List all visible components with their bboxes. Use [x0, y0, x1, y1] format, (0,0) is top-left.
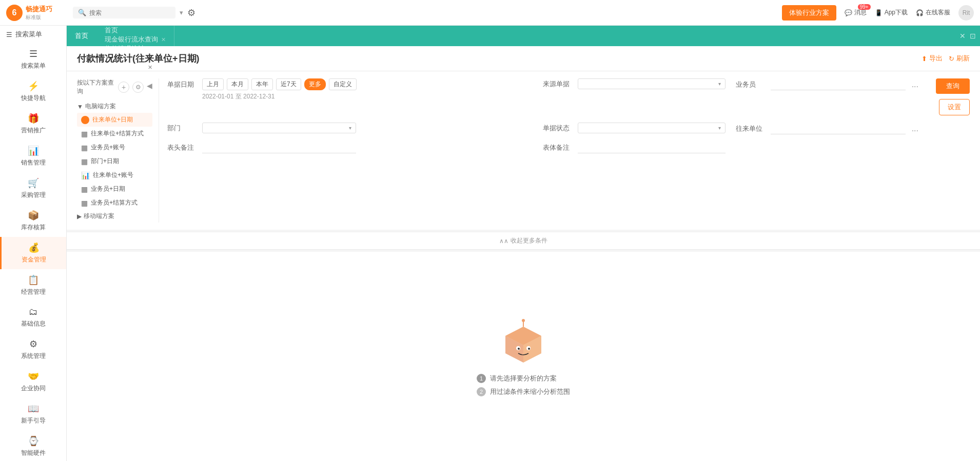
doc-status-select[interactable]: ▾ — [578, 123, 726, 133]
scheme-item-0-6[interactable]: ▦业务员+结算方式 — [77, 196, 152, 210]
salesman-field: 业务员 ... — [736, 78, 918, 90]
download-icon: 📱 — [875, 9, 883, 16]
tab-close-receivable[interactable]: ✕ — [148, 46, 152, 52]
dept-select[interactable]: ▾ — [202, 123, 356, 133]
date-btn-last-month[interactable]: 上月 — [202, 78, 224, 90]
scheme-group-arrow-1: ▶ — [77, 213, 82, 220]
tab-cash-flow[interactable]: 现金银行流水查询✕ — [96, 35, 174, 44]
scheme-item-0-2[interactable]: ▦业务员+账号 — [77, 141, 152, 154]
scheme-setting-btn[interactable]: ⚙ — [132, 82, 144, 93]
source-select[interactable]: ▾ — [578, 78, 726, 89]
dropdown-arrow[interactable]: ▾ — [180, 9, 183, 16]
date-field-row: 单据日期 上月本月本年近7天更多自定义 — [167, 78, 357, 90]
top-search-area: 🔍 ▾ ⚙ — [73, 7, 782, 18]
sidebar-item-hardware[interactable]: ⌚智能硬件 — [0, 430, 66, 461]
sidebar-label-guide: 新手引导 — [21, 416, 46, 425]
sidebar-item-system[interactable]: ⚙系统管理 — [0, 333, 66, 366]
empty-hints: 1 请先选择要分析的方案 2 用过滤条件来缩小分析范围 — [477, 374, 570, 396]
scheme-item-icon-0-5: ▦ — [81, 185, 88, 193]
hint-num-2: 2 — [477, 387, 486, 396]
filter-row-2: 部门 ▾ 单据状态 ▾ — [167, 123, 970, 134]
sidebar-item-finance[interactable]: 💰资金管理 — [0, 237, 66, 269]
sidebar-icon-guide: 📖 — [28, 403, 39, 414]
refresh-btn[interactable]: ↻ 刷新 — [949, 54, 970, 63]
trial-button[interactable]: 体验行业方案 — [782, 5, 836, 21]
sidebar-item-business[interactable]: 📋经营管理 — [0, 269, 66, 302]
sidebar-item-enterprise[interactable]: 🤝企业协同 — [0, 366, 66, 398]
tab-bar: 首页 首页现金银行流水查询✕收款情况统计✕新建方案✕付款情况统计✕ ✕ ⊡ — [67, 26, 980, 46]
sidebar-item-marketing[interactable]: 🎁营销推广 — [0, 108, 66, 140]
scheme-item-0-3[interactable]: ▦部门+日期 — [77, 154, 152, 168]
close-window-btn[interactable]: ✕ — [959, 32, 966, 40]
tab-close-new-scheme[interactable]: ✕ — [134, 55, 139, 62]
scheme-item-label-0-5: 业务员+日期 — [91, 185, 125, 193]
maximize-window-btn[interactable]: ⊡ — [970, 32, 976, 40]
dept-label: 部门 — [167, 124, 198, 133]
scheme-item-0-4[interactable]: 📊往来单位+账号 — [77, 168, 152, 182]
date-btn-custom[interactable]: 自定义 — [329, 78, 357, 90]
empty-state: 1 请先选择要分析的方案 2 用过滤条件来缩小分析范围 — [67, 252, 980, 461]
sidebar-item-purchase[interactable]: 🛒采购管理 — [0, 172, 66, 205]
date-btn-last-7[interactable]: 近7天 — [276, 78, 301, 90]
scheme-group-title-0[interactable]: ▼电脑端方案 — [77, 100, 152, 113]
scheme-group-title-1[interactable]: ▶移动端方案 — [77, 210, 152, 223]
scheme-item-icon-0-1: ▦ — [81, 130, 88, 138]
tab-home[interactable]: 首页 — [67, 26, 96, 46]
tabs-container: 首页现金银行流水查询✕收款情况统计✕新建方案✕付款情况统计✕ — [96, 26, 174, 46]
query-button[interactable]: 查询 — [936, 78, 970, 94]
tab-close-cash-flow[interactable]: ✕ — [161, 36, 166, 43]
doc-status-field: 单据状态 ▾ — [543, 123, 726, 133]
header-note-field: 表头备注 — [167, 142, 533, 153]
sidebar-item-search-menu[interactable]: ☰搜索菜单 — [0, 43, 66, 75]
scheme-collapse-btn[interactable]: ◀ — [147, 82, 152, 93]
filter-row-1: 单据日期 上月本月本年近7天更多自定义 2022-01-01 至 2022-12… — [167, 78, 970, 115]
salesman-input[interactable] — [771, 78, 906, 90]
search-box[interactable]: 🔍 — [73, 7, 175, 18]
date-field: 单据日期 上月本月本年近7天更多自定义 2022-01-01 至 2022-12… — [167, 78, 533, 101]
body-note-input[interactable] — [578, 142, 721, 153]
date-btn-this-year[interactable]: 本年 — [251, 78, 273, 90]
date-btn-this-month[interactable]: 本月 — [227, 78, 248, 90]
header-note-input[interactable] — [202, 142, 346, 153]
app-download-btn[interactable]: 📱 App下载 — [875, 8, 908, 17]
tab-home[interactable]: 首页 — [96, 26, 174, 35]
tab-close-payment-stats[interactable]: ✕ — [148, 64, 152, 71]
sidebar-item-search-menu[interactable]: ☰ 搜索菜单 — [0, 26, 66, 43]
scheme-item-icon-0-3: ▦ — [81, 157, 88, 166]
filter-actions: 查询 设置 — [929, 78, 970, 115]
svg-point-9 — [522, 319, 525, 322]
settings-button[interactable]: 设置 — [939, 99, 970, 115]
export-btn[interactable]: ⬆ 导出 — [922, 54, 943, 63]
messages-btn[interactable]: 💬 消息 99+ — [845, 8, 867, 17]
sidebar-icon-quick-nav: ⚡ — [28, 81, 39, 92]
user-avatar[interactable]: Rit — [958, 5, 974, 21]
scheme-header: 按以下方案查询 + ⚙ ◀ — [77, 78, 152, 96]
sidebar-label-purchase: 采购管理 — [21, 191, 46, 199]
sidebar-item-inventory[interactable]: 📦库存核算 — [0, 205, 66, 237]
salesman-more-btn[interactable]: ... — [912, 80, 918, 89]
page-content: 付款情况统计(往来单位+日期) ⬆ 导出 ↻ 刷新 按 — [67, 46, 980, 461]
counterpart-input[interactable] — [771, 123, 906, 134]
collapse-more-btn[interactable]: ∧∧ 收起更多条件 — [499, 236, 547, 245]
date-btn-more[interactable]: 更多 — [304, 78, 326, 90]
scheme-item-label-0-4: 往来单位+账号 — [93, 171, 133, 179]
sidebar-item-guide[interactable]: 📖新手引导 — [0, 398, 66, 430]
sidebar-item-sales[interactable]: 📊销售管理 — [0, 140, 66, 172]
scheme-add-btn[interactable]: + — [118, 82, 129, 93]
scheme-item-0-1[interactable]: ▦往来单位+结算方式 — [77, 127, 152, 141]
scheme-group-label-1: 移动端方案 — [84, 212, 114, 221]
counterpart-more-btn[interactable]: ... — [912, 124, 918, 133]
sidebar-item-quick-nav[interactable]: ⚡快捷导航 — [0, 75, 66, 108]
collapse-icon: ∧∧ — [499, 237, 508, 245]
scheme-group-label-0: 电脑端方案 — [85, 102, 116, 111]
sidebar-item-basic[interactable]: 🗂基础信息 — [0, 302, 66, 333]
salesman-input-wrap — [771, 78, 906, 90]
body-note-input-wrap — [578, 142, 726, 153]
scheme-item-0-5[interactable]: ▦业务员+日期 — [77, 182, 152, 196]
scheme-item-label-0-0: 往来单位+日期 — [92, 115, 133, 124]
body-note-label: 表体备注 — [543, 143, 574, 152]
search-input[interactable] — [89, 9, 156, 16]
gear-btn[interactable]: ⚙ — [187, 7, 195, 18]
online-service-btn[interactable]: 🎧 在线客服 — [916, 8, 950, 17]
scheme-item-0-0[interactable]: 往来单位+日期 — [77, 113, 152, 127]
